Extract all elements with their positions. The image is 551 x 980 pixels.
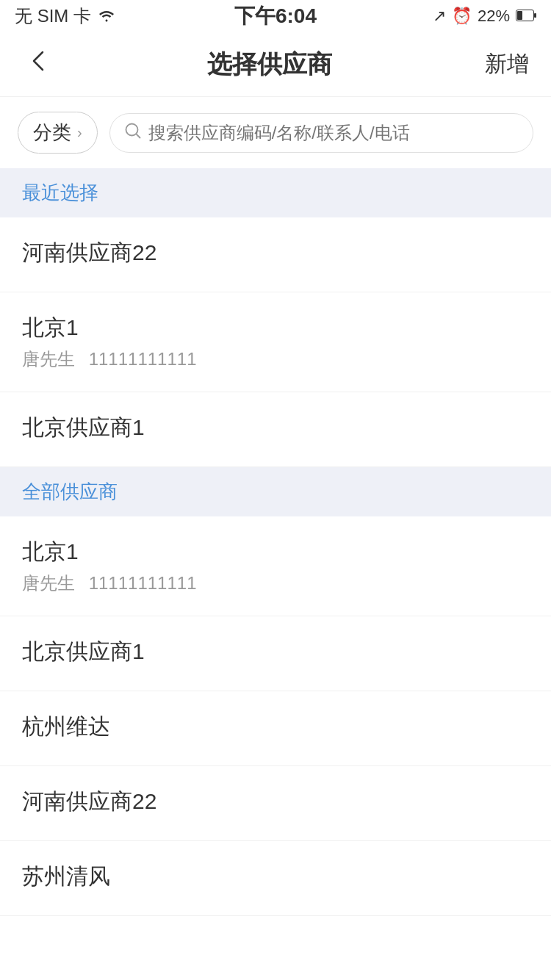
- svg-rect-2: [534, 13, 536, 18]
- list-item[interactable]: 河南供应商22: [0, 766, 551, 841]
- search-wrapper: [109, 113, 533, 153]
- time-display: 下午6:04: [234, 2, 317, 30]
- wifi-icon: [98, 6, 115, 26]
- item-name: 北京供应商1: [22, 637, 529, 667]
- item-detail: 唐先生 11111111111: [22, 572, 529, 595]
- alarm-icon: ⏰: [452, 7, 472, 26]
- status-right: ↗ ⏰ 22%: [433, 7, 536, 26]
- search-input[interactable]: [148, 123, 518, 143]
- item-contact: 唐先生: [22, 349, 75, 369]
- item-name: 北京1: [22, 537, 529, 567]
- item-contact: 唐先生: [22, 573, 75, 593]
- item-name: 河南供应商22: [22, 238, 529, 268]
- list-item[interactable]: 北京供应商1: [0, 392, 551, 467]
- location-icon: ↗: [433, 7, 446, 26]
- status-left: 无 SIM 卡: [15, 4, 115, 28]
- page-title: 选择供应商: [207, 48, 332, 82]
- item-name: 北京供应商1: [22, 413, 529, 443]
- item-name: 杭州维达: [22, 712, 529, 742]
- search-icon: [125, 123, 141, 143]
- all-section-header: 全部供应商: [0, 467, 551, 516]
- list-item[interactable]: 北京供应商1: [0, 616, 551, 691]
- all-section-label: 全部供应商: [22, 480, 118, 502]
- list-item[interactable]: 北京1 唐先生 11111111111: [0, 516, 551, 616]
- recent-section-header: 最近选择: [0, 168, 551, 217]
- recent-list: 河南供应商22北京1 唐先生 11111111111 北京供应商1: [0, 217, 551, 467]
- add-button[interactable]: 新增: [485, 49, 529, 79]
- list-item[interactable]: 河南供应商22: [0, 217, 551, 292]
- list-item[interactable]: 苏州清风: [0, 841, 551, 916]
- recent-section-label: 最近选择: [22, 181, 98, 203]
- svg-point-3: [126, 123, 137, 135]
- item-name: 北京1: [22, 313, 529, 343]
- carrier-text: 无 SIM 卡: [15, 4, 91, 28]
- category-button[interactable]: 分类 ›: [18, 112, 98, 154]
- category-label: 分类: [33, 120, 71, 145]
- svg-rect-1: [517, 11, 522, 20]
- list-item[interactable]: 北京1 唐先生 11111111111: [0, 292, 551, 392]
- battery-text: 22%: [478, 7, 510, 26]
- item-detail: 唐先生 11111111111: [22, 347, 529, 371]
- battery-icon: [516, 7, 536, 26]
- item-name: 河南供应商22: [22, 787, 529, 817]
- chevron-right-icon: ›: [77, 124, 82, 141]
- search-bar: 分类 ›: [0, 97, 551, 168]
- nav-bar: 选择供应商 新增: [0, 32, 551, 97]
- status-bar: 无 SIM 卡 下午6:04 ↗ ⏰ 22%: [0, 0, 551, 32]
- item-name: 苏州清风: [22, 862, 529, 892]
- list-item[interactable]: 杭州维达: [0, 691, 551, 766]
- item-phone: 11111111111: [89, 573, 197, 593]
- item-phone: 11111111111: [89, 349, 197, 369]
- back-button[interactable]: [22, 39, 54, 90]
- all-list: 北京1 唐先生 11111111111 北京供应商1杭州维达河南供应商22苏州清…: [0, 516, 551, 916]
